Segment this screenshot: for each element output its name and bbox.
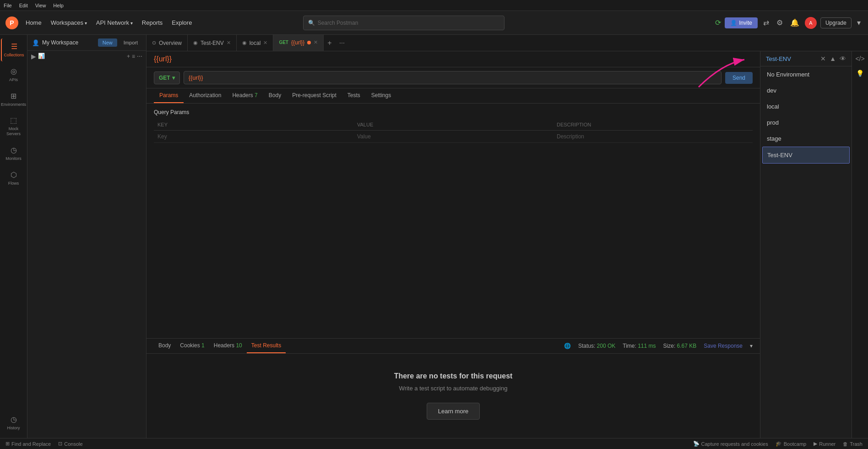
workspace-title: My Workspace <box>42 39 78 46</box>
tab-request-close[interactable]: ✕ <box>314 39 318 45</box>
save-response-button[interactable]: Save Response <box>704 343 743 349</box>
env-item-local[interactable]: local <box>760 99 852 115</box>
panel-collapse-icon[interactable]: ▶ <box>31 53 36 60</box>
find-replace-icon: ⊞ <box>5 441 10 447</box>
req-tab-headers[interactable]: Headers 7 <box>227 88 263 103</box>
invite-button[interactable]: 👤 Invite <box>725 17 758 28</box>
postman-logo[interactable]: P <box>5 16 18 29</box>
panel-bars-icon[interactable]: 📊 <box>38 53 45 60</box>
sidebar-item-environments[interactable]: ⊞ Environments <box>1 88 27 111</box>
resp-tab-body[interactable]: Body <box>154 339 175 353</box>
menu-help[interactable]: Help <box>53 3 64 8</box>
env-item-dev[interactable]: dev <box>760 82 852 99</box>
tab-test-env[interactable]: ◉ Test-ENV ✕ <box>188 35 237 51</box>
tab-local-close[interactable]: ✕ <box>263 40 267 46</box>
tab-local[interactable]: ◉ local ✕ <box>237 35 274 51</box>
trash-button[interactable]: 🗑 Trash <box>843 441 863 447</box>
collections-icon: ☰ <box>11 42 17 51</box>
workspace-icon: 👤 <box>32 39 39 46</box>
panel-add-icon[interactable]: + <box>127 53 130 60</box>
request-header: {{url}} <box>146 51 760 67</box>
runner-icon: ▶ <box>814 441 817 447</box>
left-panel-header: 👤 My Workspace New Import <box>27 35 146 51</box>
flows-icon: ⬡ <box>11 170 17 179</box>
far-right-panel: </> 💡 <box>852 51 868 438</box>
search-bar[interactable]: 🔍 <box>303 16 505 30</box>
runner-button[interactable]: ▶ Runner <box>814 441 835 447</box>
nav-reports[interactable]: Reports <box>138 17 167 28</box>
menu-edit[interactable]: Edit <box>19 3 28 8</box>
tab-test-env-close[interactable]: ✕ <box>227 40 231 46</box>
learn-more-button[interactable]: Learn more <box>427 403 480 420</box>
request-title: {{url}} <box>154 55 172 63</box>
sidebar-item-monitors[interactable]: ◷ Monitors <box>1 142 27 165</box>
panel-filter-icon[interactable]: ≡ <box>132 53 135 60</box>
environments-icon: ⊞ <box>11 92 16 100</box>
env-item-stage[interactable]: stage <box>760 131 852 147</box>
menu-file[interactable]: File <box>4 3 12 8</box>
invite-icon: 👤 <box>730 20 737 26</box>
lightbulb-icon[interactable]: 💡 <box>856 70 864 77</box>
upgrade-button[interactable]: Upgrade <box>820 17 852 28</box>
method-select[interactable]: GET ▾ <box>154 71 180 84</box>
send-button[interactable]: Send <box>725 72 753 84</box>
value-input[interactable] <box>357 133 549 140</box>
sync-icon[interactable]: ⟳ <box>715 18 721 27</box>
import-button[interactable]: Import <box>120 38 141 47</box>
tabs-more-button[interactable]: ⋯ <box>336 40 348 46</box>
env-item-prod[interactable]: prod <box>760 115 852 131</box>
resp-tab-cookies[interactable]: Cookies 1 <box>175 339 209 353</box>
notifications-icon[interactable]: 🔔 <box>788 16 801 29</box>
nav-workspaces[interactable]: Workspaces <box>47 17 91 28</box>
table-row <box>154 131 753 143</box>
env-panel-view[interactable]: 👁 <box>840 55 846 62</box>
capture-requests[interactable]: 📡 Capture requests and cookies <box>693 441 768 447</box>
code-icon[interactable]: </> <box>855 55 864 62</box>
menu-view[interactable]: View <box>35 3 46 8</box>
env-panel-header: Test-ENV ✕ ▲ 👁 <box>760 51 852 66</box>
req-tab-pre-request[interactable]: Pre-request Script <box>287 88 342 103</box>
value-column-header: VALUE <box>353 119 553 131</box>
env-panel-collapse[interactable]: ▲ <box>830 55 836 62</box>
search-input[interactable] <box>318 20 499 26</box>
bootcamp-icon: 🎓 <box>776 441 782 447</box>
sidebar-item-history[interactable]: ◷ History <box>1 411 27 434</box>
sidebar-item-mock-servers[interactable]: ⬚ Mock Servers <box>1 112 27 140</box>
nav-home[interactable]: Home <box>22 17 45 28</box>
description-input[interactable] <box>557 133 749 140</box>
tab-request[interactable]: GET {{url}} ✕ <box>273 35 324 51</box>
status-label: Status: 200 OK <box>578 343 615 349</box>
upgrade-chevron[interactable]: ▾ <box>855 16 863 29</box>
share-icon[interactable]: ⇄ <box>761 16 771 29</box>
env-list: No Environment dev local prod stage Test… <box>760 66 852 438</box>
panel-more-icon[interactable]: ⋯ <box>137 53 142 60</box>
sidebar-item-flows[interactable]: ⬡ Flows <box>1 167 27 190</box>
user-avatar[interactable]: A <box>805 17 817 29</box>
console-button[interactable]: ⊡ Console <box>58 441 82 447</box>
resp-tab-headers[interactable]: Headers 10 <box>209 339 247 353</box>
sidebar-item-apis[interactable]: ◎ APIs <box>1 63 27 86</box>
nav-explore[interactable]: Explore <box>168 17 195 28</box>
monitors-icon: ◷ <box>11 146 17 154</box>
req-tab-params[interactable]: Params <box>154 88 184 103</box>
save-response-chevron[interactable]: ▾ <box>750 343 753 349</box>
env-panel-close[interactable]: ✕ <box>820 55 826 62</box>
key-input[interactable] <box>157 133 350 140</box>
bootcamp-button[interactable]: 🎓 Bootcamp <box>776 441 807 447</box>
env-item-no-environment[interactable]: No Environment <box>760 66 852 82</box>
resp-tab-test-results[interactable]: Test Results <box>247 339 286 353</box>
req-tab-tests[interactable]: Tests <box>342 88 366 103</box>
req-tab-settings[interactable]: Settings <box>366 88 396 103</box>
nav-api-network[interactable]: API Network <box>92 17 136 28</box>
settings-icon[interactable]: ⚙ <box>775 16 785 29</box>
find-replace[interactable]: ⊞ Find and Replace <box>5 441 51 447</box>
content-area: {{url}} GET ▾ Send Params Authorization … <box>146 51 868 438</box>
tabs-add-button[interactable]: + <box>324 39 335 47</box>
env-item-test-env[interactable]: Test-ENV <box>762 147 850 164</box>
req-tab-authorization[interactable]: Authorization <box>184 88 227 103</box>
new-button[interactable]: New <box>98 38 117 47</box>
sidebar-item-collections[interactable]: ☰ Collections <box>1 38 27 61</box>
tab-overview[interactable]: ⊙ Overview <box>146 35 188 51</box>
req-tab-body[interactable]: Body <box>263 88 287 103</box>
url-input[interactable] <box>184 71 722 84</box>
